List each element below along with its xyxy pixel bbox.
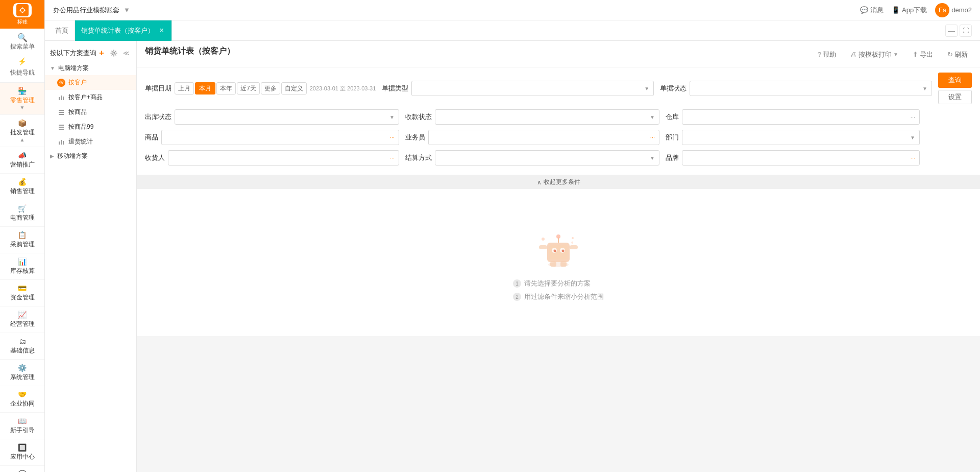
page-title: 销货单统计表（按客户）: [145, 46, 235, 57]
header-dropdown-icon[interactable]: ▼: [124, 6, 130, 14]
svg-rect-26: [550, 262, 556, 267]
date-this-year[interactable]: 本年: [216, 82, 236, 95]
sidebar-item-enterprise[interactable]: 🤝 企业协同: [0, 386, 44, 413]
panel-item-customer-product[interactable]: 按客户+商品: [45, 90, 136, 105]
date-last-month[interactable]: 上月: [175, 82, 194, 95]
query-btn[interactable]: 查询: [938, 73, 972, 88]
tip-text-1: 请先选择要分析的方案: [524, 279, 591, 288]
message-icon: 💬: [860, 6, 868, 14]
print-dropdown-icon[interactable]: ▼: [893, 52, 898, 57]
top-header: 办公用品行业模拟账套 ▼ 💬 消息 📱 App下载 Ea demo2: [45, 0, 980, 20]
sidebar-item-guide[interactable]: 📖 新手引导: [0, 413, 44, 439]
tab-home[interactable]: 首页: [49, 20, 75, 41]
tab-sales-stat[interactable]: 销货单统计表（按客户） ✕: [75, 20, 172, 41]
sidebar-item-purchase[interactable]: 📋 采购管理: [0, 227, 44, 253]
salesperson-select[interactable]: ···: [428, 130, 659, 145]
user-menu[interactable]: Ea demo2: [935, 3, 972, 17]
date-this-month[interactable]: 本月: [195, 82, 215, 95]
sidebar-label-purchase: 采购管理: [10, 240, 35, 249]
receiver-select[interactable]: ···: [168, 150, 399, 166]
settings-btn[interactable]: 设置: [938, 90, 972, 104]
message-btn[interactable]: 💬 消息: [860, 6, 884, 15]
tip-item-2: 2 用过滤条件来缩小分析范围: [513, 292, 604, 301]
svg-point-23: [556, 234, 560, 239]
collection-label: 收款状态: [405, 112, 432, 122]
product-select[interactable]: ···: [161, 130, 399, 145]
collection-status-select[interactable]: ▼: [435, 109, 659, 125]
date-more[interactable]: 更多: [261, 82, 280, 95]
svg-point-29: [572, 237, 574, 239]
sidebar-item-finance[interactable]: 💳 资金管理: [0, 280, 44, 306]
order-type-select[interactable]: ▼: [411, 81, 654, 96]
brand-select[interactable]: ···: [682, 150, 920, 166]
warehouse-label: 仓库: [666, 112, 679, 122]
date-custom[interactable]: 自定义: [281, 82, 307, 95]
app-title: 办公用品行业模拟账套: [53, 6, 119, 15]
product-label: 商品: [145, 133, 158, 142]
sidebar-item-inventory[interactable]: 📊 库存核算: [0, 253, 44, 280]
panel-add-btn[interactable]: +: [96, 48, 107, 58]
department-select[interactable]: ▼: [682, 130, 920, 145]
sidebar-item-apps[interactable]: 🔲 应用中心: [0, 439, 44, 466]
date-7days[interactable]: 近7天: [237, 82, 260, 95]
svg-point-20: [554, 250, 556, 252]
panel-item-return-stat[interactable]: 退货统计: [45, 134, 136, 149]
brand-label: 品牌: [666, 153, 679, 162]
panel-item-by-product[interactable]: 按商品: [45, 105, 136, 120]
panel-settings-btn[interactable]: [109, 48, 119, 58]
panel-item-product-99[interactable]: 按商品99: [45, 120, 136, 134]
sidebar-item-basic[interactable]: 🗂 基础信息: [0, 333, 44, 360]
tab-maximize-btn[interactable]: ⛶: [960, 25, 972, 37]
svg-rect-14: [63, 141, 64, 145]
receiver-label: 收货人: [145, 153, 165, 162]
sidebar-item-marketing[interactable]: 📣 营销推广: [0, 147, 44, 174]
tab-minimize-btn[interactable]: —: [945, 25, 958, 37]
item-label-customer: 按客户: [68, 78, 87, 87]
sidebar-label-wholesale: 批发管理: [10, 128, 35, 137]
sidebar-item-wechat[interactable]: 💬 企业微信: [0, 466, 44, 472]
right-content: 销货单统计表（按客户） ? 帮助 🖨 按模板打印 ▼ ⬆: [137, 41, 980, 472]
sidebar-label-marketing: 营销推广: [10, 160, 35, 169]
order-status-select[interactable]: ▼: [690, 81, 932, 96]
sidebar-item-sales[interactable]: 💰 销售管理: [0, 174, 44, 200]
sidebar-item-system[interactable]: ⚙️ 系统管理: [0, 360, 44, 386]
svg-rect-9: [59, 125, 64, 126]
sidebar-item-retail[interactable]: 🏪 零售管理 ▼: [0, 83, 44, 115]
svg-point-28: [542, 238, 545, 241]
left-panel: 按以下方案查询 + ≪ ▼ 电脑端方案: [45, 41, 137, 472]
tab-close-btn[interactable]: ✕: [157, 27, 165, 35]
print-btn[interactable]: 🖨 按模板打印 ▼: [846, 48, 902, 61]
user-avatar: Ea: [935, 3, 949, 17]
quick-nav[interactable]: ⚡ 快捷导航: [0, 55, 44, 83]
tab-bar: 首页 销货单统计表（按客户） ✕ — ⛶: [45, 20, 980, 41]
sidebar-label-sales: 销售管理: [10, 187, 35, 196]
sidebar-search[interactable]: 🔍 搜索菜单: [0, 29, 44, 55]
export-btn[interactable]: ⬆ 导出: [909, 48, 937, 61]
svg-rect-10: [59, 127, 64, 128]
help-label: 帮助: [823, 50, 836, 59]
group-label-desktop: 电脑端方案: [58, 64, 89, 73]
panel-header: 按以下方案查询 + ≪: [45, 45, 136, 61]
sidebar-label-finance: 资金管理: [10, 293, 35, 302]
panel-collapse-btn[interactable]: ≪: [121, 48, 131, 58]
refresh-btn[interactable]: ↻ 刷新: [943, 48, 972, 61]
panel-title: 按以下方案查询: [50, 49, 96, 58]
collapse-bar[interactable]: ∧ 收起更多条件: [137, 175, 980, 189]
out-status-select[interactable]: ▼: [175, 109, 399, 125]
sidebar-label-apps: 应用中心: [10, 453, 35, 461]
collapse-icon: ∧: [537, 179, 542, 186]
search-label: 搜索菜单: [2, 42, 42, 51]
app-download-btn[interactable]: 📱 App下载: [892, 6, 927, 15]
item-label-product: 按商品: [68, 108, 87, 116]
download-icon: 📱: [892, 6, 900, 14]
warehouse-select[interactable]: ···: [682, 109, 920, 125]
sidebar-item-ecom[interactable]: 🛒 电商管理: [0, 200, 44, 227]
help-btn[interactable]: ? 帮助: [814, 48, 840, 61]
sidebar-item-operation[interactable]: 📈 经营管理: [0, 306, 44, 333]
panel-group-mobile-title[interactable]: ▶ 移动端方案: [45, 149, 136, 163]
panel-item-by-customer[interactable]: 按 按客户: [45, 75, 136, 90]
sidebar-item-wholesale[interactable]: 📦 批发管理 ▲: [0, 115, 44, 147]
panel-group-desktop-title[interactable]: ▼ 电脑端方案: [45, 61, 136, 75]
settlement-select[interactable]: ▼: [435, 150, 659, 166]
tip-item-1: 1 请先选择要分析的方案: [513, 279, 604, 288]
